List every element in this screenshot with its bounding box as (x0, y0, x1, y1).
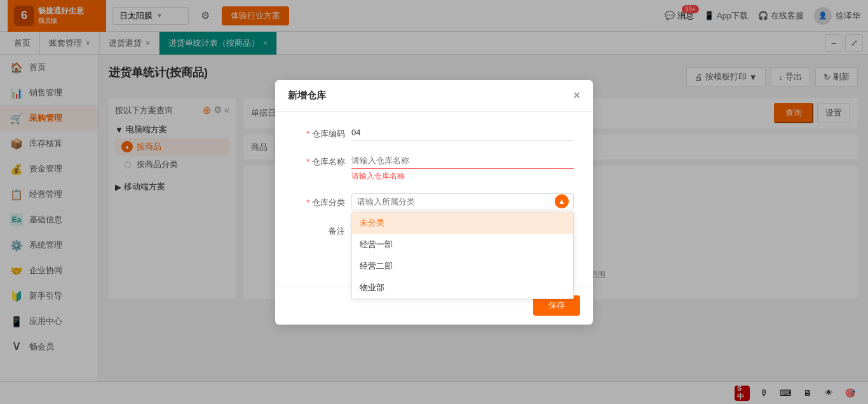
name-error-msg: 请输入仓库名称 (351, 171, 574, 182)
category-option-1[interactable]: 经营一部 (352, 234, 573, 255)
modal-header: 新增仓库 × (275, 80, 593, 112)
form-row-name: 仓库名称 请输入仓库名称 (294, 152, 574, 182)
category-option-2[interactable]: 经营二部 (352, 255, 573, 277)
form-row-category: 仓库分类 ▲ 未分类 经营一部 经营二部 物业部 (294, 193, 574, 210)
category-option-3[interactable]: 物业部 (352, 277, 573, 299)
code-input-wrap (351, 125, 574, 141)
category-input[interactable] (351, 193, 574, 210)
add-warehouse-modal: 新增仓库 × 仓库编码 仓库名称 请输入仓库名称 仓库分类 (275, 80, 593, 325)
modal-close-button[interactable]: × (573, 89, 580, 102)
modal-body: 仓库编码 仓库名称 请输入仓库名称 仓库分类 ▲ (275, 112, 593, 286)
form-row-code: 仓库编码 (294, 125, 574, 141)
code-input[interactable] (351, 125, 574, 141)
category-input-wrap: ▲ 未分类 经营一部 经营二部 物业部 (351, 193, 574, 210)
name-input-wrap: 请输入仓库名称 (351, 152, 574, 182)
category-label: 仓库分类 (294, 193, 345, 208)
note-label: 备注 (294, 222, 345, 237)
code-label: 仓库编码 (294, 125, 345, 140)
modal-overlay: 新增仓库 × 仓库编码 仓库名称 请输入仓库名称 仓库分类 (0, 0, 868, 404)
name-input[interactable] (351, 152, 574, 169)
category-toggle-btn[interactable]: ▲ (555, 194, 569, 208)
modal-title: 新增仓库 (288, 90, 326, 102)
category-option-0[interactable]: 未分类 (352, 212, 573, 234)
name-label: 仓库名称 (294, 152, 345, 168)
category-dropdown: 未分类 经营一部 经营二部 物业部 (351, 212, 574, 299)
